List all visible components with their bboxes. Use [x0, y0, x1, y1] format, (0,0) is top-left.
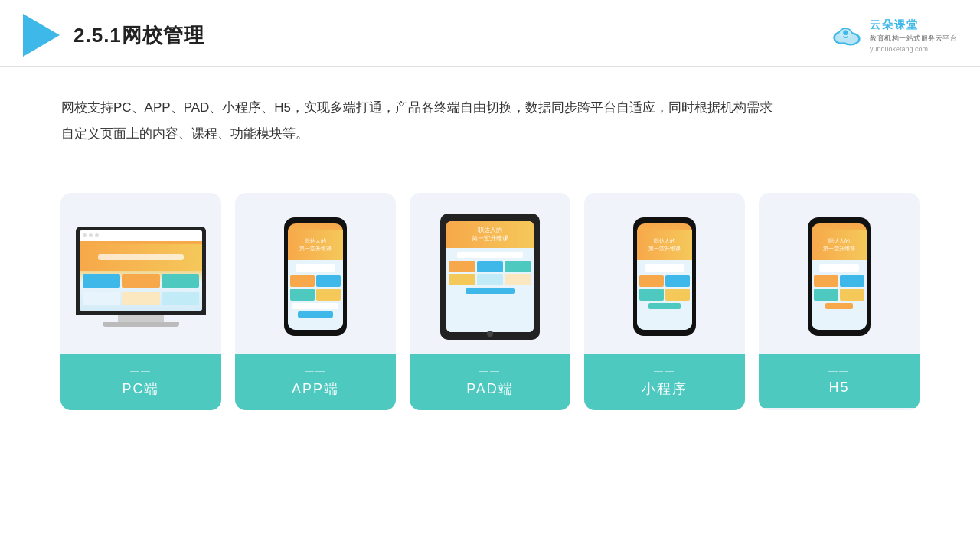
- miniapp-grid: [639, 275, 690, 301]
- pc-stand: [118, 315, 164, 322]
- page-title: 2.5.1网校管理: [74, 22, 204, 49]
- app-g4: [316, 289, 341, 301]
- brand-url: yunduoketang.com: [870, 45, 928, 53]
- app-phone-outer: 职达人的第一堂升维课: [284, 217, 347, 336]
- card-pad: 职达人的第一堂升维课: [410, 193, 570, 410]
- miniapp-phone-mockup: 职达人的第一堂升维课: [633, 217, 696, 336]
- app-phone-hero-text: 职达人的第一堂升维课: [299, 237, 332, 251]
- header-left: 2.5.1网校管理: [23, 14, 204, 57]
- h5-image-area: 职达人的第一堂升维课: [759, 193, 920, 354]
- app-phone-top: 职达人的第一堂升维课: [288, 230, 343, 260]
- card-app: 职达人的第一堂升维课: [235, 193, 396, 410]
- miniapp-cta: [648, 303, 681, 309]
- miniapp-line-1: [645, 264, 685, 272]
- pc-screen-bar: [80, 230, 202, 241]
- app-content-line-1: [296, 264, 336, 272]
- header: 2.5.1网校管理 云朵课堂 教育机构一站式服务云平台 yunduoketang…: [0, 0, 980, 67]
- app-g3: [290, 289, 315, 301]
- miniapp-hero-text: 职达人的第一堂升维课: [648, 237, 681, 251]
- app-content-line-3: [298, 311, 333, 318]
- h5-phone-screen: 职达人的第一堂升维课: [812, 223, 867, 330]
- card-label-app: APP端: [235, 354, 396, 410]
- pc-hero-line: [98, 254, 184, 260]
- mini-g3: [639, 289, 664, 301]
- pad-tablet-screen: 职达人的第一堂升维课: [446, 221, 534, 332]
- pc-dot-2: [89, 233, 93, 237]
- pad-line-1: [457, 252, 523, 258]
- app-phone-notch: [305, 217, 326, 223]
- svg-point-6: [843, 31, 848, 35]
- app-phone-screen: 职达人的第一堂升维课: [288, 223, 343, 330]
- app-phone-mockup: 职达人的第一堂升维课: [284, 217, 347, 336]
- pad-g4: [449, 274, 475, 285]
- h5-phone-notch: [828, 217, 850, 223]
- card-label-h5: H5: [759, 354, 920, 408]
- h5-cta: [825, 303, 853, 309]
- miniapp-image-area: 职达人的第一堂升维课: [584, 193, 745, 354]
- card-miniapp: 职达人的第一堂升维课: [584, 193, 745, 410]
- app-g1: [290, 275, 315, 287]
- pc-dot-3: [95, 233, 99, 237]
- pad-home-btn: [487, 331, 493, 337]
- pc-grid-4: [83, 292, 120, 305]
- mini-g2: [665, 275, 690, 287]
- pc-screen-content: [80, 241, 202, 311]
- app-content-line-2: [292, 303, 338, 309]
- h5-content: [812, 260, 867, 330]
- pc-grid: [80, 271, 202, 311]
- card-pc: PC端: [60, 193, 221, 410]
- h5-phone-outer: 职达人的第一堂升维课: [808, 217, 871, 336]
- cloud-icon: [828, 23, 865, 47]
- pad-g5: [477, 274, 504, 285]
- h5-g2: [840, 275, 864, 287]
- pad-grid: [449, 261, 531, 285]
- brand-logo: 云朵课堂 教育机构一站式服务云平台 yunduoketang.com: [828, 18, 957, 53]
- pc-grid-5: [122, 292, 159, 305]
- brand-text: 云朵课堂 教育机构一站式服务云平台 yunduoketang.com: [870, 18, 957, 53]
- h5-grid: [814, 275, 864, 301]
- card-h5: 职达人的第一堂升维课: [759, 193, 920, 410]
- miniapp-phone-top: 职达人的第一堂升维课: [637, 230, 692, 260]
- h5-line-1: [819, 264, 860, 272]
- app-g2: [316, 275, 341, 287]
- pc-screen-outer: [76, 227, 206, 315]
- pad-hero-text: 职达人的第一堂升维课: [472, 226, 508, 243]
- description-text: 网校支持PC、APP、PAD、小程序、H5，实现多端打通，产品各终端自由切换，数…: [0, 67, 842, 155]
- logo-icon: [23, 14, 60, 57]
- card-label-pad: PAD端: [410, 354, 570, 410]
- pc-image-area: [60, 193, 221, 354]
- miniapp-content: [637, 260, 692, 330]
- miniapp-phone-outer: 职达人的第一堂升维课: [633, 217, 696, 336]
- pad-tablet-mockup: 职达人的第一堂升维课: [440, 214, 540, 340]
- pad-tablet-outer: 职达人的第一堂升维课: [440, 214, 540, 340]
- app-content-grid: [290, 275, 341, 301]
- h5-phone-mockup: 职达人的第一堂升维课: [808, 217, 871, 336]
- header-right: 云朵课堂 教育机构一站式服务云平台 yunduoketang.com: [828, 18, 957, 53]
- pad-line-2: [466, 288, 515, 294]
- miniapp-phone-screen: 职达人的第一堂升维课: [637, 223, 692, 330]
- pc-grid-6: [162, 292, 199, 305]
- pc-screen-inner: [80, 230, 202, 311]
- miniapp-phone-notch: [654, 217, 675, 223]
- mini-g1: [639, 275, 664, 287]
- pc-mockup: [76, 227, 206, 327]
- h5-g4: [840, 289, 864, 301]
- pc-grid-3: [162, 274, 199, 288]
- h5-g1: [814, 275, 838, 287]
- pad-g1: [449, 261, 475, 272]
- brand-slogan: 教育机构一站式服务云平台: [870, 34, 957, 44]
- app-image-area: 职达人的第一堂升维课: [235, 193, 396, 354]
- pc-dot-1: [83, 233, 87, 237]
- pc-grid-2: [122, 274, 159, 288]
- pad-g3: [505, 261, 531, 272]
- h5-g3: [814, 289, 838, 301]
- h5-hero-text: 职达人的第一堂升维课: [823, 237, 855, 251]
- mini-g4: [665, 289, 690, 301]
- pc-hero-banner: [80, 244, 202, 271]
- brand-name: 云朵课堂: [870, 18, 919, 32]
- pad-g6: [505, 274, 531, 285]
- pad-screen-top: 职达人的第一堂升维课: [446, 221, 534, 248]
- app-phone-content: [288, 260, 343, 330]
- cards-container: PC端 职达人的第一堂升维课: [0, 162, 980, 433]
- h5-phone-top: 职达人的第一堂升维课: [812, 230, 867, 260]
